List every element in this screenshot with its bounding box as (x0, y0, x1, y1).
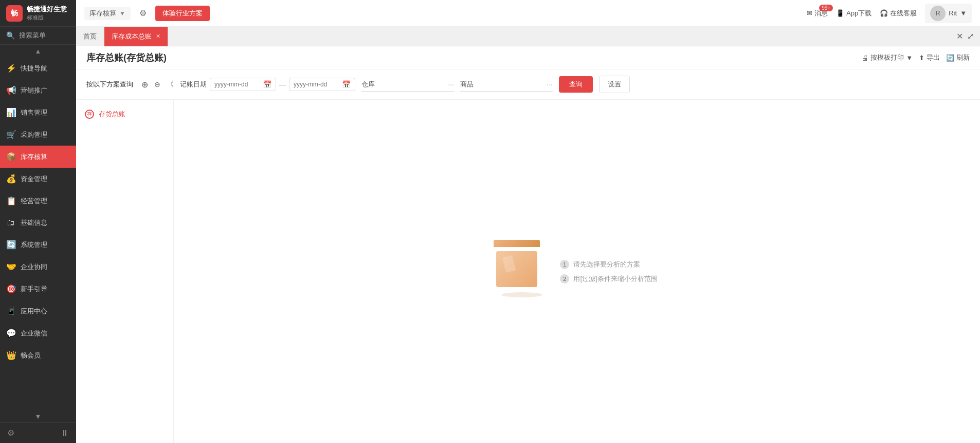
sidebar-item-marketing[interactable]: 📢 营销推广 (0, 79, 76, 101)
sidebar-item-sales[interactable]: 📊 销售管理 (0, 101, 76, 123)
print-label: 按模板打印 (870, 53, 904, 62)
breadcrumb-text: 库存核算 (89, 9, 116, 18)
service-btn[interactable]: 🎧 在线客服 (880, 9, 917, 18)
empty-tip-1: 1 请先选择要分析的方案 (560, 260, 657, 269)
filter-collapse-arrow[interactable]: 《 (167, 80, 174, 89)
finance-icon: 💰 (6, 174, 15, 184)
service-icon: 🎧 (880, 9, 888, 17)
topbar-left: 库存核算 ▼ ⚙ 体验行业方案 (84, 5, 807, 22)
box-container (496, 246, 548, 292)
breadcrumb[interactable]: 库存核算 ▼ (84, 7, 131, 20)
collapse-icon[interactable]: ⏸ (61, 429, 69, 438)
tab-close-panel-icon[interactable]: ✕ (956, 31, 963, 41)
user-info[interactable]: R Rit ▼ (925, 4, 972, 23)
filter-add-icon[interactable]: ⊕ (141, 80, 148, 90)
filter-settings-btn[interactable]: 设置 (599, 76, 630, 93)
industry-btn[interactable]: 体验行业方案 (155, 6, 210, 21)
filter-delete-icon[interactable]: ⊖ (154, 80, 160, 88)
sidebar-item-new-guide[interactable]: 🎯 新手引导 (0, 278, 76, 300)
export-label: 导出 (927, 53, 940, 62)
app-logo-icon: 畅 (6, 5, 23, 22)
date-start-input[interactable]: 📅 (210, 78, 276, 91)
sidebar-scroll-up[interactable]: ▲ (0, 45, 76, 57)
page-header: 库存总账(存货总账) 🖨 按模板打印 ▼ ⬆ 导出 🔄 刷新 (76, 46, 980, 69)
scheme-item-inventory-ledger[interactable]: 存 存货总账 (76, 104, 173, 125)
settings-bottom-icon[interactable]: ⚙ (7, 428, 14, 438)
breadcrumb-dropdown-icon: ▼ (119, 10, 125, 17)
msg-btn[interactable]: ✉ 消息 99+ (807, 9, 828, 18)
sidebar-scroll-down[interactable]: ▼ (0, 410, 76, 422)
purchase-icon: 🛒 (6, 130, 15, 139)
product-more-icon[interactable]: ··· (547, 80, 553, 88)
sidebar-nav: ⚡ 快捷导航 📢 营销推广 📊 销售管理 🛒 采购管理 📦 库存核算 💰 资金管… (0, 57, 76, 410)
search-menu[interactable]: 🔍 搜索菜单 (0, 27, 76, 45)
tab-home[interactable]: 首页 (76, 27, 104, 46)
sidebar-item-wechat[interactable]: 💬 企业微信 (0, 322, 76, 344)
sidebar-item-system[interactable]: 🔄 系统管理 (0, 234, 76, 256)
sidebar-item-vip[interactable]: 👑 畅会员 (0, 344, 76, 366)
sidebar-item-quick-nav[interactable]: ⚡ 快捷导航 (0, 57, 76, 79)
print-btn[interactable]: 🖨 按模板打印 ▼ (862, 53, 913, 62)
empty-state: 1 请先选择要分析的方案 2 用[过滤]条件来缩小分析范围 (174, 100, 980, 443)
print-dropdown-icon: ▼ (906, 54, 913, 62)
refresh-btn[interactable]: 🔄 刷新 (946, 53, 970, 62)
product-label: 商品 (460, 80, 474, 89)
content: 库存总账(存货总账) 🖨 按模板打印 ▼ ⬆ 导出 🔄 刷新 按以下方案查询 (76, 46, 980, 443)
warehouse-select[interactable]: 仓库 ··· (361, 78, 454, 92)
sidebar-item-finance[interactable]: 💰 资金管理 (0, 168, 76, 190)
box-lid (494, 240, 540, 247)
wechat-icon: 💬 (6, 328, 15, 338)
tip-2-text: 用[过滤]条件来缩小分析范围 (573, 274, 657, 283)
warehouse-more-icon[interactable]: ··· (448, 80, 454, 88)
tab-home-label: 首页 (83, 32, 97, 41)
scheme-sidebar: 存 存货总账 (76, 100, 174, 443)
sidebar-item-basic-info[interactable]: 🗂 基础信息 (0, 212, 76, 234)
msg-icon: ✉ (807, 9, 812, 17)
app-center-icon: 📱 (6, 306, 15, 316)
sidebar-item-purchase[interactable]: 🛒 采购管理 (0, 123, 76, 146)
app-logo-text: 畅捷通好生意 标准版 (27, 5, 67, 21)
vip-icon: 👑 (6, 350, 15, 360)
box-shine (502, 255, 516, 272)
tab-inventory-cost[interactable]: 库存成本总账 ✕ (104, 27, 168, 46)
tip-num-2: 2 (560, 274, 569, 283)
box-body (496, 251, 537, 287)
avatar: R (930, 6, 946, 21)
date-separator: — (279, 81, 286, 88)
enterprise-label: 企业协同 (21, 262, 47, 272)
sidebar-item-operations[interactable]: 📋 经营管理 (0, 190, 76, 212)
date-start-field[interactable] (214, 81, 261, 88)
sidebar-item-inventory[interactable]: 📦 库存核算 (0, 146, 76, 168)
sidebar-item-app-center[interactable]: 📱 应用中心 (0, 300, 76, 322)
purchase-label: 采购管理 (21, 130, 47, 139)
wechat-label: 企业微信 (21, 329, 47, 338)
export-btn[interactable]: ⬆ 导出 (919, 53, 940, 62)
system-label: 系统管理 (21, 240, 47, 250)
date-end-field[interactable] (294, 81, 340, 88)
app-icon: 📱 (836, 9, 844, 17)
page-title: 库存总账(存货总账) (86, 51, 167, 64)
print-icon: 🖨 (862, 54, 868, 62)
product-select[interactable]: 商品 ··· (460, 78, 553, 92)
new-guide-icon: 🎯 (6, 284, 15, 294)
topbar-settings-icon[interactable]: ⚙ (135, 5, 151, 22)
sidebar: 畅 畅捷通好生意 标准版 🔍 搜索菜单 ▲ ⚡ 快捷导航 📢 营销推广 📊 销售… (0, 0, 76, 443)
vip-label: 畅会员 (21, 351, 41, 360)
tab-close-icon[interactable]: ✕ (156, 33, 160, 40)
calendar-end-icon[interactable]: 📅 (342, 80, 351, 88)
enterprise-icon: 🤝 (6, 262, 15, 272)
empty-illustration (496, 246, 548, 297)
brand-version: 标准版 (27, 14, 67, 21)
msg-badge: 99+ (819, 5, 833, 11)
calendar-start-icon[interactable]: 📅 (263, 80, 271, 88)
empty-tips: 1 请先选择要分析的方案 2 用[过滤]条件来缩小分析范围 (560, 260, 657, 283)
app-download-btn[interactable]: 📱 App下载 (836, 9, 872, 18)
app-label: App下载 (846, 9, 872, 18)
quick-nav-icon: ⚡ (6, 63, 15, 73)
query-btn[interactable]: 查询 (559, 76, 593, 93)
empty-tip-2: 2 用[过滤]条件来缩小分析范围 (560, 274, 657, 283)
sidebar-item-enterprise[interactable]: 🤝 企业协同 (0, 256, 76, 278)
main-area: 库存核算 ▼ ⚙ 体验行业方案 ✉ 消息 99+ 📱 App下载 🎧 在线客服 … (76, 0, 980, 443)
tab-expand-icon[interactable]: ⤢ (967, 31, 974, 41)
date-end-input[interactable]: 📅 (289, 78, 355, 91)
